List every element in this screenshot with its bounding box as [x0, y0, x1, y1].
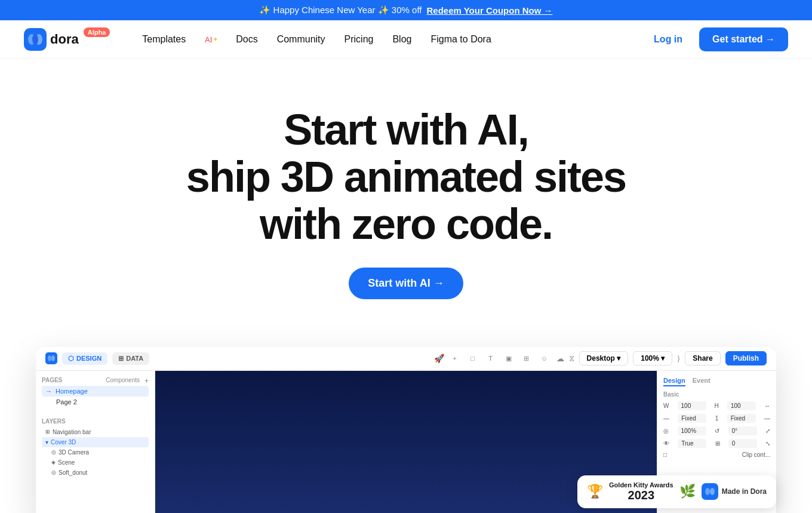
- award-year: 2023: [628, 489, 655, 502]
- left-laurel-icon: 🏆: [587, 484, 603, 499]
- svg-text:✦: ✦: [213, 35, 217, 44]
- component-tool[interactable]: ⊞: [519, 351, 534, 365]
- prop-w-input[interactable]: [678, 401, 706, 410]
- arrow-icon: ⟩: [677, 354, 680, 363]
- prop-corner-input[interactable]: [728, 439, 757, 448]
- made-in-dora-logo-icon: [702, 483, 718, 500]
- svg-point-10: [705, 488, 710, 495]
- page-homepage[interactable]: → Homepage: [42, 386, 149, 397]
- design-icon: ⬡: [68, 355, 74, 363]
- layer-cover3d[interactable]: ▾ Cover 3D: [42, 437, 149, 447]
- design-tab[interactable]: ⬡ DESIGN: [62, 352, 107, 365]
- basic-section-label: Basic: [663, 391, 770, 398]
- get-started-button[interactable]: Get started →: [699, 27, 788, 51]
- data-icon: ⊞: [118, 355, 124, 363]
- prop-h-input[interactable]: [727, 401, 756, 410]
- nav-actions: Log in Get started →: [644, 27, 788, 51]
- publish-button[interactable]: Publish: [725, 351, 767, 365]
- add-tool[interactable]: +: [448, 351, 462, 365]
- toolbar-logo-icon: [45, 352, 57, 364]
- dora-logo-icon: [24, 28, 47, 51]
- navbar-layer-icon: ⊞: [45, 429, 50, 435]
- nav-ai[interactable]: AI ✦: [196, 30, 225, 49]
- layer-scene-label: Scene: [58, 459, 75, 466]
- layer-softdonut-label: Soft_donut: [59, 469, 87, 476]
- left-panel: Pages Components + → Homepage Page 2 L: [36, 371, 155, 513]
- adjust-icon: ⧖: [569, 354, 574, 363]
- made-in-dora-label: Made in Dora: [722, 487, 767, 496]
- prop-opacity: ◎ ↺ ⤢: [663, 426, 770, 435]
- layers-section: Layers ⊞ Navigation bar ▾ Cover 3D ◎ 3D …: [42, 414, 149, 478]
- layer-3dcamera[interactable]: ◎ 3D Camera: [42, 447, 149, 457]
- page-2[interactable]: Page 2: [42, 397, 149, 407]
- layer-navbar-label: Navigation bar: [53, 429, 91, 435]
- rect-tool[interactable]: □: [466, 351, 480, 365]
- people-tool[interactable]: ☺: [537, 351, 552, 365]
- prop-fixed-w[interactable]: [678, 414, 706, 423]
- layer-navbar[interactable]: ⊞ Navigation bar: [42, 427, 149, 437]
- banner-text: ✨ Happy Chinese New Year ✨ 30% off: [259, 5, 422, 16]
- svg-point-3: [32, 34, 38, 45]
- logo-link[interactable]: dora Alpha: [24, 28, 110, 51]
- rocket-icon: 🚀: [434, 354, 444, 363]
- data-tab[interactable]: ⊞ DATA: [112, 352, 149, 365]
- svg-point-11: [710, 488, 715, 495]
- navbar: dora Alpha Templates AI ✦ Docs Community…: [0, 20, 812, 59]
- pages-section: Pages Components + → Homepage Page 2: [42, 377, 149, 407]
- toolbar-right: ☁ ⧖ Desktop ▾ 100% ▾ ⟩ Share Publish: [556, 351, 767, 365]
- layer-cover3d-label: Cover 3D: [51, 439, 76, 446]
- nav-blog[interactable]: Blog: [384, 29, 420, 50]
- link-icon: ↔: [764, 403, 770, 409]
- donut-icon: ◎: [51, 469, 56, 475]
- nav-community[interactable]: Community: [269, 29, 334, 50]
- logo-text: dora: [50, 32, 79, 47]
- text-tool[interactable]: T: [484, 351, 498, 365]
- prop-fixed: — 1 —: [663, 414, 770, 423]
- zoom-selector[interactable]: 100% ▾: [633, 351, 672, 365]
- editor-preview: ⬡ DESIGN ⊞ DATA 🚀 + □ T ▣ ⊞ ☺ ☁ ⧖ Deskto…: [18, 347, 794, 513]
- hero-section: Start with AI, ship 3D animated sites wi…: [0, 59, 812, 323]
- share-button[interactable]: Share: [685, 351, 720, 365]
- prop-opacity-input[interactable]: [678, 426, 706, 435]
- toolbar-tools: 🚀 + □ T ▣ ⊞ ☺: [434, 351, 552, 365]
- scene-icon: ◈: [51, 459, 56, 465]
- image-tool[interactable]: ▣: [502, 351, 516, 365]
- prop-fixed-h[interactable]: [727, 414, 756, 423]
- layer-scene[interactable]: ◈ Scene: [42, 457, 149, 468]
- hero-title: Start with AI, ship 3D animated sites wi…: [12, 106, 800, 248]
- event-panel-tab[interactable]: Event: [693, 377, 710, 386]
- device-selector[interactable]: Desktop ▾: [579, 351, 629, 365]
- camera-icon: ◎: [51, 449, 56, 455]
- layer-softdonut[interactable]: ◎ Soft_donut: [42, 468, 149, 478]
- pages-label: Pages: [42, 377, 62, 383]
- design-panel-tab[interactable]: Design: [663, 377, 685, 386]
- prop-visible-input[interactable]: [678, 439, 706, 448]
- banner-cta[interactable]: Redeem Your Coupon Now →: [426, 5, 552, 16]
- ai-sparkle-icon: AI ✦: [205, 35, 217, 44]
- arrow-icon: →: [45, 388, 52, 395]
- prop-wh: W H ↔: [663, 401, 770, 410]
- golden-kitty-badge: 🏆 Golden Kitty Awards 2023 🌿 Made in Dor…: [577, 475, 776, 508]
- editor-toolbar: ⬡ DESIGN ⊞ DATA 🚀 + □ T ▣ ⊞ ☺ ☁ ⧖ Deskto…: [36, 347, 776, 371]
- svg-point-7: [48, 355, 51, 361]
- login-button[interactable]: Log in: [644, 29, 692, 50]
- nav-templates[interactable]: Templates: [134, 29, 194, 50]
- nav-figma[interactable]: Figma to Dora: [422, 29, 499, 50]
- layer-3dcamera-label: 3D Camera: [59, 449, 89, 456]
- svg-text:AI: AI: [205, 35, 212, 44]
- cloud-icon: ☁: [556, 354, 564, 363]
- alpha-badge: Alpha: [84, 27, 110, 37]
- start-ai-button[interactable]: Start with AI →: [349, 268, 463, 299]
- award-info: Golden Kitty Awards 2023: [609, 481, 673, 502]
- award-title: Golden Kitty Awards: [609, 481, 673, 489]
- prop-rotation-input[interactable]: [728, 426, 757, 435]
- layers-label: Layers: [42, 418, 149, 425]
- components-label[interactable]: Components: [106, 377, 140, 385]
- prop-visible: 👁 ⊞ ⤡: [663, 439, 770, 448]
- made-in-dora: Made in Dora: [702, 483, 767, 500]
- add-page-icon[interactable]: +: [144, 377, 149, 385]
- nav-pricing[interactable]: Pricing: [336, 29, 382, 50]
- nav-links: Templates AI ✦ Docs Community Pricing Bl…: [134, 29, 644, 50]
- right-laurel-icon: 🌿: [679, 484, 696, 499]
- nav-docs[interactable]: Docs: [227, 29, 266, 50]
